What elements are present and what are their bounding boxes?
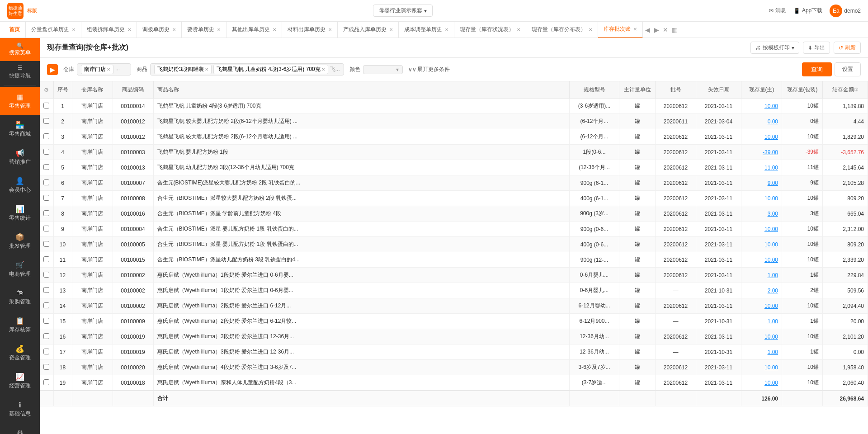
sidebar-item-jichu[interactable]: ℹ 基础信息 bbox=[0, 395, 40, 423]
row-checkbox[interactable] bbox=[40, 268, 53, 283]
tab-next-btn[interactable]: ▶ bbox=[652, 22, 661, 38]
row-check-input[interactable] bbox=[43, 179, 49, 185]
row-checkbox[interactable] bbox=[40, 160, 53, 175]
row-check-input[interactable] bbox=[43, 118, 49, 124]
row-check-input[interactable] bbox=[43, 333, 49, 339]
settings-button[interactable]: 设置 bbox=[835, 62, 861, 76]
row-checkbox[interactable] bbox=[40, 145, 53, 160]
row-checkbox[interactable] bbox=[40, 99, 53, 114]
app-download-btn[interactable]: 📱 App下载 bbox=[793, 7, 822, 14]
search-button[interactable]: 查询 bbox=[802, 62, 832, 76]
message-btn[interactable]: ✉ 消息 bbox=[769, 7, 786, 14]
goods-tags-area[interactable]: 飞鹤奶粉3段四罐装 ✕ 飞鹤星飞帆 儿童奶粉 4段(3-6岁适用) 700克 ✕… bbox=[150, 63, 344, 75]
row-checkbox[interactable] bbox=[40, 314, 53, 329]
row-checkbox[interactable] bbox=[40, 283, 53, 298]
tab-qitachuku[interactable]: 其他出库单历史 ✕ bbox=[226, 22, 282, 38]
tab-close-icon[interactable]: ✕ bbox=[389, 27, 393, 32]
tab-fenliangpandian[interactable]: 分量盘点单历史 ✕ bbox=[26, 22, 81, 38]
row-checkbox[interactable] bbox=[40, 237, 53, 252]
sidebar-item-zijin[interactable]: 💰 资金管理 bbox=[0, 339, 40, 367]
row-checkbox[interactable] bbox=[40, 344, 53, 360]
row-check-input[interactable] bbox=[43, 210, 49, 216]
goods-tag-remove-2[interactable]: ✕ bbox=[321, 67, 325, 72]
sidebar-item-kuaijiedaohang[interactable]: ☰ 快捷导航 bbox=[0, 61, 40, 83]
print-button[interactable]: 🖨 按模板打印 ▾ bbox=[750, 42, 799, 54]
row-check-input[interactable] bbox=[43, 364, 49, 370]
row-check-input[interactable] bbox=[43, 164, 49, 170]
goods-tag-remove-1[interactable]: ✕ bbox=[205, 67, 208, 72]
tab-yaohuo[interactable]: 要货单历史 ✕ bbox=[182, 22, 226, 38]
row-checkbox[interactable] bbox=[40, 191, 53, 206]
tab-chanchengpin[interactable]: 产成品入库单历史 ✕ bbox=[338, 22, 399, 38]
row-checkbox[interactable] bbox=[40, 206, 53, 222]
row-check-input[interactable] bbox=[43, 302, 49, 308]
tab-close-icon[interactable]: ✕ bbox=[445, 27, 448, 32]
tab-close-all-btn[interactable]: ✕ bbox=[661, 22, 670, 38]
amount-info-icon[interactable]: ① bbox=[854, 87, 859, 92]
tab-close-icon[interactable]: ✕ bbox=[172, 27, 176, 32]
filter-expand-button[interactable]: ▶ bbox=[47, 64, 58, 75]
sidebar-item-dianshang[interactable]: 🛒 电商管理 bbox=[0, 255, 40, 283]
row-check-input[interactable] bbox=[43, 195, 49, 201]
row-checkbox[interactable] bbox=[40, 375, 53, 391]
row-check-input[interactable] bbox=[43, 149, 49, 155]
tab-close-icon[interactable]: ✕ bbox=[217, 27, 221, 32]
row-checkbox[interactable] bbox=[40, 114, 53, 129]
sidebar-item-yingxiao[interactable]: 📢 营销推广 bbox=[0, 143, 40, 171]
row-checkbox[interactable] bbox=[40, 222, 53, 237]
row-checkbox[interactable] bbox=[40, 252, 53, 268]
row-check-input[interactable] bbox=[43, 272, 49, 278]
expand-more-btn[interactable]: ∨∨ 展开更多条件 bbox=[408, 66, 450, 73]
row-check-input[interactable] bbox=[43, 133, 49, 139]
filter-more-icon[interactable]: ··· bbox=[115, 66, 120, 73]
sidebar-item-caigou[interactable]: 🛍 采购管理 bbox=[0, 283, 40, 311]
sidebar-item-kucunhesuan[interactable]: 📋 库存核算 bbox=[0, 311, 40, 339]
tab-chengbendiaozheng[interactable]: 成本调整单历史 ✕ bbox=[399, 22, 454, 38]
row-check-input[interactable] bbox=[43, 256, 49, 262]
sidebar-item-xitong[interactable]: ⚙ 系统管理 bbox=[0, 423, 40, 434]
row-checkbox[interactable] bbox=[40, 360, 53, 375]
export-button[interactable]: ⬇ 导出 bbox=[803, 42, 830, 54]
tab-prev-btn[interactable]: ◀ bbox=[643, 22, 652, 38]
row-checkbox[interactable] bbox=[40, 298, 53, 314]
sidebar-item-lingshouchuli[interactable]: ▦ 零售管理 bbox=[0, 87, 40, 115]
tab-diaobo[interactable]: 调拨单历史 ✕ bbox=[137, 22, 182, 38]
user-area[interactable]: Ea demo2 bbox=[830, 5, 861, 17]
row-checkbox[interactable] bbox=[40, 175, 53, 191]
row-check-input[interactable] bbox=[43, 349, 49, 354]
row-check-input[interactable] bbox=[43, 241, 49, 247]
warehouse-tags[interactable]: 南岸门店 ✕ ··· bbox=[77, 63, 131, 75]
row-check-input[interactable] bbox=[43, 226, 49, 231]
sidebar-item-huiyuan[interactable]: 👤 会员中心 bbox=[0, 171, 40, 199]
row-check-input[interactable] bbox=[43, 103, 49, 108]
settings-icon[interactable]: ⚙ bbox=[44, 87, 49, 93]
tab-home[interactable]: 首页 bbox=[4, 22, 26, 38]
sidebar-item-lingshouchengcheng[interactable]: 🏪 零售商城 bbox=[0, 115, 40, 143]
tab-close-icon[interactable]: ✕ bbox=[589, 27, 592, 32]
row-checkbox[interactable] bbox=[40, 129, 53, 145]
tab-xiancunliang1[interactable]: 现存量（库存状况表） ✕ bbox=[454, 22, 526, 38]
row-check-input[interactable] bbox=[43, 379, 49, 385]
tab-close-icon[interactable]: ✕ bbox=[72, 27, 75, 32]
row-check-input[interactable] bbox=[43, 318, 49, 324]
tab-xiancunliang2[interactable]: 现存量（库存分布表） ✕ bbox=[526, 22, 598, 38]
sidebar-item-pifa[interactable]: 📦 批发管理 bbox=[0, 227, 40, 255]
tag-remove-icon[interactable]: ✕ bbox=[107, 67, 110, 72]
tab-close-icon[interactable]: ✕ bbox=[328, 27, 332, 32]
tab-close-icon[interactable]: ✕ bbox=[127, 27, 131, 32]
sidebar-search[interactable]: 🔍 搜索英单 bbox=[0, 38, 40, 61]
tab-cailiaochuku[interactable]: 材料出库单历史 ✕ bbox=[282, 22, 338, 38]
sidebar-item-jingying[interactable]: 📈 经营管理 bbox=[0, 367, 40, 395]
tab-menu-btn[interactable]: ▦ bbox=[670, 22, 679, 38]
row-checkbox[interactable] bbox=[40, 329, 53, 344]
tab-zuzhuangchaijian[interactable]: 组装拆卸单历史 ✕ bbox=[81, 22, 137, 38]
tab-close-icon[interactable]: ✕ bbox=[273, 27, 276, 32]
tab-close-icon[interactable]: ✕ bbox=[517, 27, 520, 32]
row-check-input[interactable] bbox=[43, 287, 49, 293]
tab-kucunpicizhi[interactable]: 库存批次账 ✕ bbox=[598, 22, 643, 38]
tab-close-icon[interactable]: ✕ bbox=[633, 27, 637, 32]
refresh-button[interactable]: ↺ 刷新 bbox=[834, 42, 861, 54]
goods-more[interactable]: 飞... bbox=[330, 66, 340, 73]
system-selector[interactable]: 母婴行业演示账套 ▾ bbox=[373, 5, 433, 17]
color-dropdown[interactable]: ▾ bbox=[363, 65, 403, 74]
